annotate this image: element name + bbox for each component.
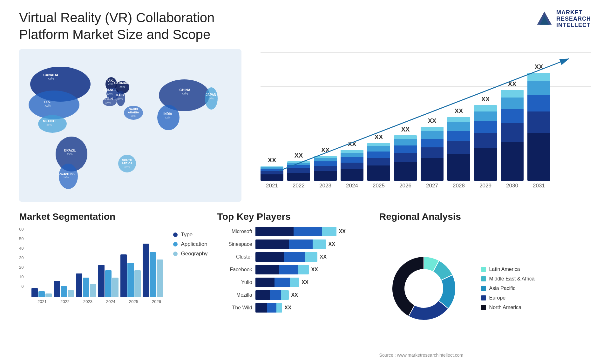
seg-bar <box>98 265 105 297</box>
bar-segment <box>367 165 390 181</box>
bar-segment <box>527 111 550 133</box>
bar-chart-area: XX2021XX2022XX2023XX2024XX2025XX2026XX20… <box>254 49 591 202</box>
svg-text:JAPAN: JAPAN <box>206 93 216 97</box>
player-bar-segment <box>255 278 274 287</box>
player-bar-container: XX <box>255 239 335 249</box>
bar-segment <box>341 163 363 169</box>
logo-box: MARKET RESEARCH INTELLECT <box>536 10 591 28</box>
seg-x-label: 2025 <box>123 299 144 304</box>
player-bar-segment <box>313 239 326 249</box>
bar-segment <box>474 105 497 111</box>
legend-square <box>481 276 486 281</box>
svg-text:AFRICA: AFRICA <box>122 162 132 165</box>
seg-y-label: 20 <box>19 265 24 270</box>
seg-bar <box>38 291 45 297</box>
player-bar-xx: XX <box>302 280 308 285</box>
player-row: MicrosoftXX <box>217 227 370 236</box>
stacked-bar <box>287 161 310 181</box>
svg-text:ITALY: ITALY <box>116 93 125 97</box>
bar-label-top: XX <box>455 107 463 116</box>
svg-text:INDIA: INDIA <box>163 112 172 116</box>
bar-group: XX2024 <box>341 140 363 189</box>
player-bar <box>255 227 336 236</box>
bar-segment <box>501 98 524 109</box>
seg-bar <box>90 284 96 297</box>
player-bar-segment <box>290 278 299 287</box>
player-bar-xx: XX <box>285 305 291 311</box>
regional-legend-label: Europe <box>489 295 506 301</box>
seg-x-label: 2024 <box>100 299 121 304</box>
svg-text:U.K.: U.K. <box>107 79 114 82</box>
bar-label-top: XX <box>481 96 490 104</box>
bar-chart-canvas: XX2021XX2022XX2023XX2024XX2025XX2026XX20… <box>254 52 591 199</box>
player-bar-segment <box>279 265 298 274</box>
player-bar-segment <box>255 303 267 313</box>
bar-segment <box>394 145 417 153</box>
seg-legend-label: Type <box>181 232 193 238</box>
bar-year-label: 2026 <box>399 183 411 189</box>
svg-text:xx%: xx% <box>108 83 113 86</box>
bar-segment <box>474 148 497 181</box>
seg-bar <box>45 293 52 297</box>
bar-year-label: 2027 <box>426 183 438 189</box>
seg-bar-group <box>31 288 52 297</box>
seg-y-label: 30 <box>19 255 24 260</box>
bar-label-top: XX <box>535 63 543 72</box>
bar-group: XX2023 <box>314 146 337 189</box>
player-bar-segment <box>255 290 270 300</box>
player-bar-segment <box>298 265 309 274</box>
svg-text:BRAZIL: BRAZIL <box>64 149 76 152</box>
stacked-bar <box>341 150 363 181</box>
bar-label-top: XX <box>508 80 517 89</box>
bar-segment <box>447 154 470 181</box>
svg-text:xx%: xx% <box>67 152 72 156</box>
bar-segment <box>314 158 337 161</box>
player-bar-segment <box>289 239 313 249</box>
svg-text:SAUDI: SAUDI <box>129 108 138 111</box>
player-bar-container: XX <box>255 290 298 300</box>
bar-segment <box>287 163 310 165</box>
bar-group: XX2028 <box>447 107 470 189</box>
svg-text:xx%: xx% <box>117 97 123 100</box>
regional-legend-item: Middle East & Africa <box>481 276 535 282</box>
bar-label-top: XX <box>428 117 437 126</box>
bar-year-label: 2024 <box>346 183 358 189</box>
seg-legend-label: Application <box>181 241 207 247</box>
players-list: MicrosoftXXSinespaceXXClusterXXFacebookX… <box>217 227 370 314</box>
player-bar <box>255 278 299 287</box>
bar-segment <box>474 111 497 121</box>
bar-label-top: XX <box>321 146 330 155</box>
bar-year-label: 2025 <box>373 183 385 189</box>
legend-dot <box>173 252 178 256</box>
donut-segment <box>408 300 448 320</box>
bar-segment <box>314 161 337 166</box>
donut-svg <box>379 244 468 333</box>
seg-bar <box>143 244 149 297</box>
player-bar <box>255 303 282 313</box>
svg-text:xx%: xx% <box>63 176 69 179</box>
bar-label-top: XX <box>295 152 303 161</box>
svg-text:U.S.: U.S. <box>44 100 51 104</box>
players-area: Top Key Players MicrosoftXXSinespaceXXCl… <box>217 211 370 358</box>
svg-text:SPAIN: SPAIN <box>103 97 113 101</box>
player-bar-xx: XX <box>291 292 298 298</box>
player-bar <box>255 265 309 274</box>
seg-bar <box>76 273 82 297</box>
seg-bar <box>150 252 156 297</box>
bar-label-top: XX <box>401 126 410 135</box>
player-bar-container: XX <box>255 227 346 236</box>
player-bar-segment <box>284 252 305 262</box>
svg-text:GERMANY: GERMANY <box>114 81 130 85</box>
player-bar-segment <box>276 303 282 313</box>
player-bar-segment <box>255 252 284 262</box>
players-title: Top Key Players <box>217 211 370 222</box>
seg-x-labels: 202120222023202420252026 <box>31 298 167 304</box>
player-row: The WildXX <box>217 303 370 313</box>
seg-y-label: 0 <box>19 284 24 289</box>
player-name: Cluster <box>217 254 252 260</box>
player-bar <box>255 252 317 262</box>
seg-y-label: 40 <box>19 246 24 251</box>
player-bar-segment <box>322 227 336 236</box>
bar-segment <box>261 169 283 171</box>
seg-bar <box>105 270 112 297</box>
